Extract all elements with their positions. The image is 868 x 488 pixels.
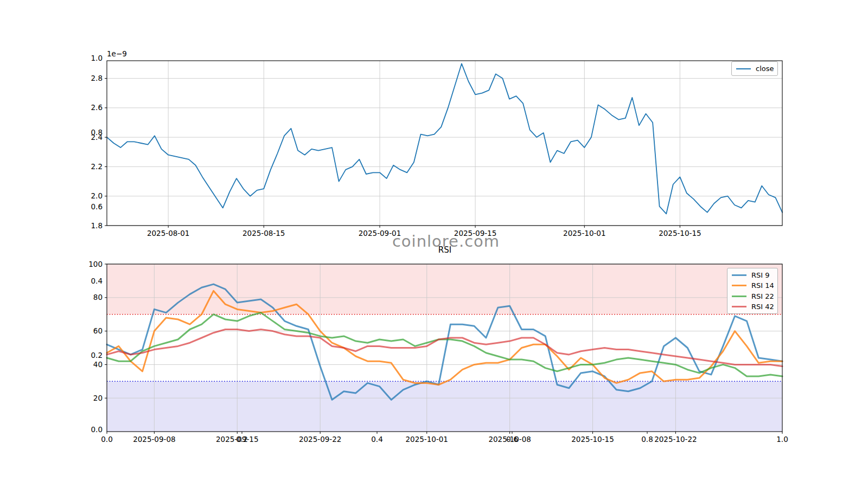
legend-item-label: RSI 42 <box>751 303 774 311</box>
overbought-band <box>107 264 782 314</box>
rsi-22-line <box>107 313 782 376</box>
oversold-band <box>107 381 782 432</box>
legend-item-label: close <box>756 65 774 73</box>
ytick-label: 20 <box>93 394 103 402</box>
legend-rsi: RSI 9RSI 14RSI 22RSI 42 <box>727 268 778 314</box>
legend-close: close <box>731 61 778 76</box>
xtick-label: 2025-10-15 <box>659 229 701 237</box>
legend-item: RSI 22 <box>732 291 773 301</box>
ytick-label: 2.2 <box>91 162 103 171</box>
ytick-label: 2.8 <box>91 74 103 82</box>
rsi-42-line <box>107 330 782 367</box>
ytick-label: 100 <box>88 260 103 268</box>
legend-line-sample-icon <box>732 274 746 276</box>
xtick-label: 2025-09-22 <box>299 435 341 444</box>
ytick-label: 2.6 <box>91 103 103 112</box>
overlay-xtick-label: 1.0 <box>776 435 788 444</box>
overlay-ytick-label: 0.6 <box>91 202 103 211</box>
ytick-label: 2.0 <box>91 191 103 200</box>
overlay-xtick-label: 0.6 <box>506 435 518 444</box>
xtick-label: 2025-08-01 <box>147 229 189 237</box>
ytick-label: 40 <box>93 360 103 369</box>
axis-offset-label: 1e−9 <box>107 49 127 58</box>
xtick-label: 2025-10-01 <box>406 435 448 444</box>
legend-item: close <box>736 63 773 74</box>
legend-line-sample-icon <box>732 285 746 286</box>
overlay-ytick-label: 1.0 <box>91 54 103 62</box>
axes-spines <box>107 61 782 226</box>
rsi-panel-title: RSI <box>438 245 451 255</box>
xtick-label: 2025-10-15 <box>571 435 614 444</box>
overlay-xtick-label: 0.0 <box>101 435 112 444</box>
legend-item: RSI 14 <box>732 280 773 291</box>
legend-line-sample-icon <box>732 306 746 307</box>
overlay-xtick-label: 0.2 <box>236 435 247 444</box>
overlay-ytick-label: 0.4 <box>91 277 103 285</box>
overlay-xtick-label: 0.4 <box>371 435 382 444</box>
close-line <box>107 63 782 214</box>
legend-line-sample-icon <box>732 296 746 297</box>
overlay-ytick-label: 0.2 <box>91 351 103 359</box>
legend-item: RSI 42 <box>732 301 773 312</box>
legend-item-label: RSI 9 <box>751 271 770 279</box>
xtick-label: 2025-10-22 <box>654 435 697 444</box>
ytick-label: 80 <box>93 293 103 301</box>
overlay-xtick-label: 0.8 <box>641 435 653 444</box>
overlay-ytick-label: 0.8 <box>91 128 103 137</box>
legend-item-label: RSI 22 <box>751 292 774 300</box>
xtick-label: 2025-10-01 <box>563 229 605 237</box>
legend-item-label: RSI 14 <box>751 281 774 290</box>
figure: 2.82.62.42.22.01.82025-08-012025-08-1520… <box>0 0 868 488</box>
ytick-label: 1.8 <box>91 221 103 230</box>
xtick-label: 2025-08-15 <box>242 229 285 237</box>
ytick-label: 60 <box>93 326 103 335</box>
overlay-ytick-label: 0.0 <box>91 425 103 434</box>
xtick-label: 2025-09-08 <box>133 435 175 444</box>
legend-line-sample-icon <box>736 68 751 69</box>
legend-item: RSI 9 <box>732 270 773 280</box>
